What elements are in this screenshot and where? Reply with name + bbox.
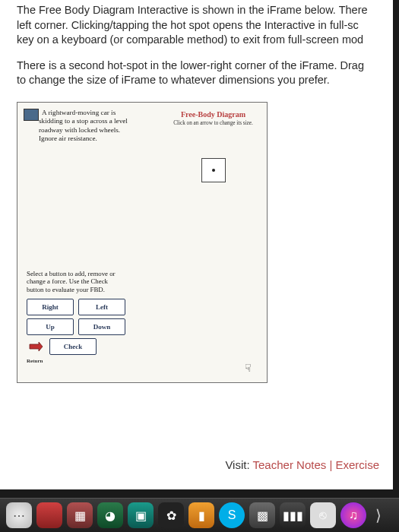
scenario-line: Ignore air resistance. (39, 135, 153, 144)
dock-launchpad[interactable]: ⋯ (6, 502, 32, 528)
hint-line: button to evaluate your FBD. (27, 286, 141, 294)
intro-paragraph-2: There is a second hot-spot in the lower-… (17, 59, 393, 88)
exercise-link[interactable]: Exercise (335, 458, 379, 471)
visit-links: Visit: Teacher Notes | Exercise (225, 458, 379, 471)
scenario-line: roadway with locked wheels. (39, 126, 153, 135)
next-arrow-icon[interactable] (27, 341, 45, 352)
check-button[interactable]: Check (49, 338, 97, 355)
fbd-column: Free-Body Diagram Click on an arrow to c… (162, 110, 264, 182)
dock-photos[interactable]: ✿ (158, 502, 184, 528)
dock-app-red[interactable] (36, 502, 62, 528)
fullscreen-hotspot[interactable] (24, 109, 39, 121)
resize-hotspot-cursor-icon[interactable]: ☟ (245, 362, 252, 375)
fbd-subtitle: Click on an arrow to change its size. (162, 120, 264, 126)
dock-app-green[interactable]: ◕ (97, 502, 123, 528)
right-button[interactable]: Right (27, 299, 74, 315)
dock-skype[interactable]: S (219, 502, 245, 528)
dock-itunes[interactable]: ♫ (340, 502, 366, 528)
dock-app-light[interactable]: ⎋ (310, 502, 336, 528)
scenario-text: A rightward-moving car is skidding to a … (39, 109, 153, 144)
down-button[interactable]: Down (78, 318, 125, 335)
up-button[interactable]: Up (27, 318, 74, 335)
force-buttons: Right Left Up Down Check Return (27, 299, 125, 364)
scenario-line: A rightward-moving car is (42, 109, 153, 118)
intro-line: There is a second hot-spot in the lower-… (17, 59, 393, 74)
interactive-iframe[interactable]: A rightward-moving car is skidding to a … (17, 102, 268, 383)
dock-app-gray[interactable]: ▩ (249, 502, 275, 528)
separator: | (326, 458, 335, 471)
return-link[interactable]: Return (27, 358, 125, 364)
dock-ibooks[interactable]: ▮ (188, 502, 214, 528)
scenario-line: skidding to a stop across a level (39, 117, 153, 126)
dock-more-icon[interactable]: ⟩ (371, 502, 386, 528)
webpage-content: The Free Body Diagram Interactive is sho… (0, 0, 393, 489)
left-button[interactable]: Left (78, 299, 125, 315)
hint-line: Select a button to add, remove or (27, 270, 141, 278)
dock-app-bars[interactable]: ▮▮▮ (280, 502, 306, 528)
hint-line: change a force. Use the Check (27, 277, 141, 286)
intro-line: to change the size of iFrame to whatever… (17, 73, 393, 88)
intro-paragraph: The Free Body Diagram Interactive is sho… (17, 3, 393, 48)
intro-line: key on a keyboard (or comparable method)… (17, 33, 393, 48)
macos-dock: ⋯ ▦ ◕ ▣ ✿ ▮ S ▩ ▮▮▮ ⎋ ♫ ⟩ (0, 498, 399, 532)
teacher-notes-link[interactable]: Teacher Notes (253, 458, 327, 471)
fbd-title: Free-Body Diagram (162, 110, 264, 119)
intro-line: The Free Body Diagram Interactive is sho… (17, 3, 393, 18)
dock-app-gallery[interactable]: ▦ (67, 502, 93, 528)
fbd-object-box[interactable] (201, 158, 226, 182)
controls-hint: Select a button to add, remove or change… (27, 270, 141, 294)
intro-line: left corner. Clicking/tapping the hot sp… (17, 18, 393, 33)
visit-label: Visit: (225, 458, 249, 471)
dock-app-teal[interactable]: ▣ (128, 502, 154, 528)
